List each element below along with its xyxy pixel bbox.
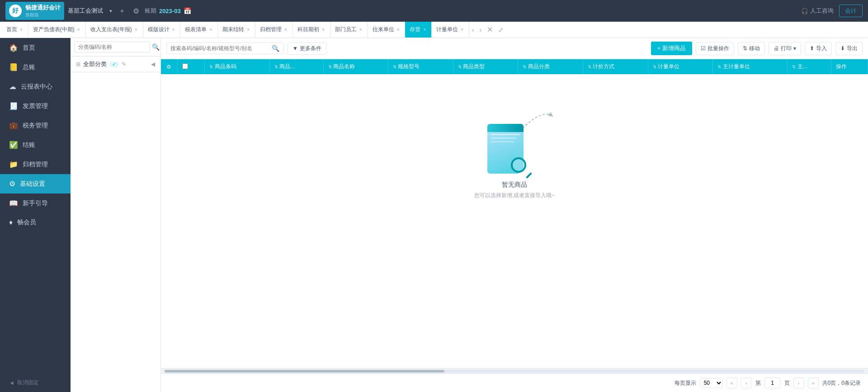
first-page-btn[interactable]: «: [726, 378, 737, 388]
tab-template[interactable]: 模版设计 ×: [143, 22, 181, 38]
sort-icon[interactable]: ⇅: [209, 64, 213, 69]
sidebar-item-archive[interactable]: 📁 归档管理: [0, 155, 71, 174]
category-header: ⊞ 全部分类 ✓ ✎ ◀: [71, 57, 160, 72]
sidebar-item-tax[interactable]: 💼 税务管理: [0, 116, 71, 135]
empty-illustration: [478, 110, 551, 174]
scrollbar-track[interactable]: [165, 370, 864, 373]
sort-icon-10[interactable]: ⇅: [792, 64, 796, 69]
tab-inventory-close[interactable]: ×: [422, 27, 427, 32]
move-button[interactable]: ⇅ 移动: [738, 42, 765, 55]
company-name[interactable]: 基层工会测试: [68, 7, 103, 15]
tab-home-close[interactable]: ×: [19, 27, 24, 32]
export-button[interactable]: ⬇ 导出: [835, 42, 863, 55]
tab-tax-close[interactable]: ×: [208, 27, 213, 32]
tab-nav-right[interactable]: ›: [477, 26, 485, 33]
calendar-icon[interactable]: 📅: [184, 7, 191, 14]
sort-icon-5[interactable]: ⇅: [458, 64, 462, 69]
tab-period-end-close[interactable]: ×: [246, 27, 250, 32]
close-icon: ✅: [9, 141, 18, 149]
horizontal-scrollbar[interactable]: [161, 368, 868, 373]
select-all-checkbox[interactable]: [182, 63, 188, 69]
sort-icon-8[interactable]: ⇅: [653, 64, 656, 69]
company-dropdown-icon[interactable]: ▼: [108, 9, 113, 14]
sidebar-item-member[interactable]: ♦ 畅会员: [0, 213, 71, 232]
main-search-icon[interactable]: 🔍: [272, 45, 279, 52]
tab-expand-icon[interactable]: ⤢: [495, 26, 506, 33]
table-settings-icon[interactable]: ⚙: [166, 64, 171, 70]
print-button[interactable]: 🖨 打印 ▾: [769, 42, 801, 55]
page-number-input[interactable]: 1: [764, 378, 781, 388]
page-label: 第: [755, 379, 761, 387]
main-search-box: 🔍: [166, 43, 284, 54]
tab-home-label: 首页: [6, 26, 17, 33]
toolbar: 🔍 ▼ 更多条件 + 新增商品 ☑ 批量操作: [161, 38, 868, 59]
tab-subject-close[interactable]: ×: [321, 27, 326, 32]
tab-income-close[interactable]: ×: [134, 27, 138, 32]
tab-close-all[interactable]: ✕: [484, 25, 495, 34]
sidebar-item-home[interactable]: 🏠 首页: [0, 38, 71, 57]
tab-unit[interactable]: 计量单位 ×: [432, 22, 469, 38]
main-search-input[interactable]: [170, 45, 270, 52]
sidebar-item-guide[interactable]: 📖 新手引导: [0, 194, 71, 213]
sidebar-item-settings[interactable]: ⚙ 基础设置: [0, 174, 71, 194]
period-value[interactable]: 2023-03: [159, 8, 181, 14]
filter-button[interactable]: ▼ 更多条件: [288, 43, 326, 55]
page-suffix: 页: [784, 379, 790, 387]
sort-icon-6[interactable]: ⇅: [523, 64, 526, 69]
add-tab-icon[interactable]: ＋: [117, 5, 127, 18]
left-search-box: 🔍: [71, 38, 160, 57]
cloud-icon: ☁: [9, 82, 16, 91]
service-button[interactable]: 🎧 人工咨询: [801, 7, 834, 15]
tab-unit-label: 计量单位: [436, 26, 458, 33]
sort-icon-7[interactable]: ⇅: [588, 64, 591, 69]
batch-button[interactable]: ☑ 批量操作: [696, 42, 734, 55]
category-search-input[interactable]: [74, 42, 150, 52]
sidebar-item-close[interactable]: ✅ 结账: [0, 135, 71, 155]
settings-icon[interactable]: ⚙: [131, 5, 141, 17]
tab-archive-close[interactable]: ×: [283, 27, 288, 32]
tab-income[interactable]: 收入支出表(年报) ×: [86, 22, 143, 38]
sort-icon-2[interactable]: ⇅: [274, 64, 278, 69]
th-checkbox[interactable]: [177, 59, 205, 74]
tab-subject[interactable]: 科目期初 ×: [293, 22, 330, 38]
th-settings[interactable]: ⚙: [161, 59, 177, 74]
tab-contacts-close[interactable]: ×: [396, 27, 401, 32]
tab-home[interactable]: 首页 ×: [2, 22, 28, 38]
ledger-icon: 📒: [9, 63, 18, 71]
sidebar-item-invoice[interactable]: 🧾 发票管理: [0, 96, 71, 116]
tab-dept[interactable]: 部门员工 ×: [330, 22, 368, 38]
tab-dept-close[interactable]: ×: [359, 27, 363, 32]
prev-page-btn[interactable]: ‹: [741, 378, 752, 388]
add-product-button[interactable]: + 新增商品: [651, 42, 692, 55]
import-button[interactable]: ⬆ 导入: [805, 42, 832, 55]
sidebar-item-report[interactable]: ☁ 云报表中心: [0, 77, 71, 96]
edit-category-icon[interactable]: ✎: [122, 61, 126, 67]
tab-tax[interactable]: 税表清单 ×: [180, 22, 218, 38]
collapse-panel-icon[interactable]: ◀: [151, 61, 155, 67]
tab-unit-close[interactable]: ×: [460, 27, 464, 32]
tab-inventory[interactable]: 存货 ×: [405, 22, 432, 38]
sort-icon-9[interactable]: ⇅: [717, 64, 721, 69]
tab-balance-close[interactable]: ×: [76, 27, 81, 32]
tab-balance-sheet[interactable]: 资产负债表(中期) ×: [28, 22, 86, 38]
tab-contacts[interactable]: 往来单位 ×: [368, 22, 406, 38]
per-page-select[interactable]: 50 100 200: [700, 378, 723, 388]
tab-period-end[interactable]: 期末结转 ×: [218, 22, 255, 38]
cancel-pin-btn[interactable]: ◄ 取消固定: [0, 373, 71, 392]
account-button[interactable]: 会计: [839, 5, 863, 17]
sort-icon-3[interactable]: ⇅: [328, 64, 332, 69]
actions-right: + 新增商品 ☑ 批量操作 ⇅ 移动 🖨 打印: [651, 42, 863, 55]
tab-template-close[interactable]: ×: [171, 27, 176, 32]
sidebar-label-archive: 归档管理: [23, 161, 48, 169]
sort-icon-4[interactable]: ⇅: [393, 64, 396, 69]
cancel-pin-label: 取消固定: [17, 379, 39, 387]
scrollbar-thumb[interactable]: [165, 370, 444, 373]
tab-nav-left[interactable]: ‹: [469, 26, 477, 33]
tab-archive[interactable]: 归档管理 ×: [255, 22, 293, 38]
left-search-icon[interactable]: 🔍: [152, 43, 160, 51]
next-page-btn[interactable]: ›: [793, 378, 804, 388]
sidebar-item-ledger[interactable]: 📒 总账: [0, 57, 71, 77]
magnify-glass: [511, 157, 531, 177]
last-page-btn[interactable]: »: [808, 378, 819, 388]
logo-text-block: 畅捷通好会计 旗舰版: [25, 4, 61, 18]
